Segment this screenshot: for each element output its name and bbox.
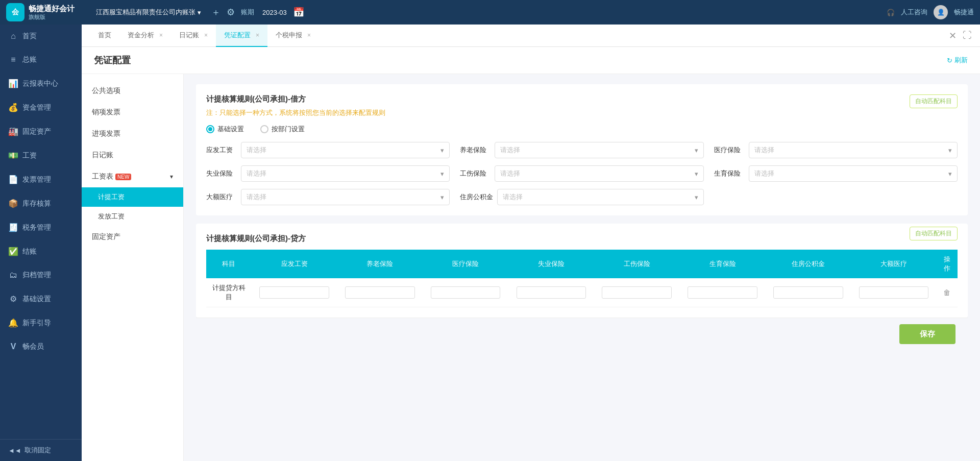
input-unemployment[interactable]	[517, 286, 586, 299]
sidebar-item-guide[interactable]: 🔔 新手引导	[0, 311, 82, 335]
tab-voucher-config[interactable]: 凭证配置 ×	[216, 25, 267, 47]
calendar-icon[interactable]: 📅	[293, 7, 304, 18]
left-nav-accrual-salary[interactable]: 计提工资	[82, 187, 183, 207]
left-nav-fixed-assets[interactable]: 固定资产	[82, 226, 183, 248]
left-nav-purchase-invoice-label: 进项发票	[92, 129, 120, 138]
input-gross[interactable]	[259, 286, 329, 299]
sidebar-label-member: 畅会员	[22, 342, 44, 351]
input-housing[interactable]	[773, 286, 843, 299]
radio-basic-label: 基础设置	[217, 125, 244, 134]
th-housing: 住房公积金	[765, 250, 851, 278]
company-selector[interactable]: 江西服宝精品有限责任公司内账张 ▾	[96, 8, 203, 17]
select-medical[interactable]: 请选择 ▾	[749, 142, 958, 158]
select-gross-salary-placeholder: 请选择	[247, 145, 266, 155]
input-work-injury[interactable]	[602, 286, 672, 299]
sidebar-item-home[interactable]: ⌂ 首页	[0, 25, 82, 48]
radio-basic-circle	[206, 125, 214, 133]
select-large-medical[interactable]: 请选择 ▾	[241, 189, 450, 205]
th-unemployment: 失业保险	[508, 250, 594, 278]
member-icon: V	[8, 342, 18, 351]
select-unemployment[interactable]: 请选择 ▾	[241, 165, 450, 182]
chevron-gross-salary: ▾	[440, 147, 444, 154]
tab-tax-return[interactable]: 个税申报 ×	[267, 25, 319, 47]
reports-icon: 📊	[8, 79, 18, 88]
select-medical-placeholder: 请选择	[754, 145, 774, 155]
left-nav-payroll-table[interactable]: 工资表 NEW ▾	[82, 166, 183, 187]
radio-basic[interactable]: 基础设置	[206, 125, 244, 134]
radio-dept[interactable]: 按部门设置	[260, 125, 305, 134]
select-pension[interactable]: 请选择 ▾	[495, 142, 703, 158]
input-medical[interactable]	[431, 286, 501, 299]
select-work-injury[interactable]: 请选择 ▾	[495, 165, 703, 182]
credit-auto-match-btn[interactable]: 自动匹配科目	[910, 227, 958, 240]
sidebar-item-inventory[interactable]: 📦 库存核算	[0, 191, 82, 215]
tab-journal[interactable]: 日记账 ×	[171, 25, 216, 47]
left-nav-purchase-invoice[interactable]: 进项发票	[82, 123, 183, 144]
cancel-fixed-btn[interactable]: ◄◄ 取消固定	[0, 439, 82, 461]
select-housing-fund[interactable]: 请选择 ▾	[497, 189, 703, 205]
td-pension-val	[337, 278, 423, 307]
tab-home[interactable]: 首页	[90, 25, 119, 47]
select-gross-salary[interactable]: 请选择 ▾	[241, 142, 450, 158]
save-button[interactable]: 保存	[899, 324, 955, 344]
sidebar-item-salary[interactable]: 💵 工资	[0, 143, 82, 167]
tab-tax-return-close[interactable]: ×	[307, 32, 311, 39]
ai-consult-btn[interactable]: 人工咨询	[901, 8, 927, 17]
tab-journal-close[interactable]: ×	[204, 32, 208, 39]
tab-close-btn[interactable]: ✕	[949, 30, 957, 41]
right-content: 计提核算规则(公司承担)-借方 注：只能选择一种方式，系统将按照您当前的选择来配…	[184, 74, 980, 461]
input-maternity[interactable]	[688, 286, 757, 299]
left-nav-journal[interactable]: 日记账	[82, 144, 183, 166]
left-nav-sales-invoice[interactable]: 销项发票	[82, 102, 183, 123]
left-nav-payroll-table-label: 工资表	[92, 172, 113, 181]
home-icon: ⌂	[8, 32, 18, 41]
tab-expand-btn[interactable]: ⛶	[963, 30, 972, 41]
td-housing-val	[765, 278, 851, 307]
funds-icon: 💰	[8, 103, 18, 112]
save-bar: 保存	[196, 318, 968, 350]
left-nav-public[interactable]: 公共选项	[82, 80, 183, 102]
th-maternity: 生育保险	[680, 250, 766, 278]
settings-icon[interactable]: ⚙	[227, 7, 235, 18]
tab-fund-analysis[interactable]: 资金分析 ×	[119, 25, 171, 47]
sidebar-item-ledger[interactable]: ≡ 总账	[0, 48, 82, 71]
credit-table: 科目 应发工资 养老保险 医疗保险 失业保险 工伤保险 生育保险 住房公积金 大…	[206, 250, 958, 307]
refresh-button[interactable]: ↻ 刷新	[947, 56, 968, 65]
chevron-down-icon: ▾	[198, 9, 201, 16]
field-work-injury: 工伤保险 请选择 ▾	[460, 165, 703, 182]
debit-auto-match-btn[interactable]: 自动匹配科目	[910, 94, 958, 108]
chevron-maternity: ▾	[948, 170, 952, 178]
sidebar-item-closing[interactable]: ✅ 结账	[0, 239, 82, 263]
page-content: 凭证配置 ↻ 刷新 公共选项 销项发票 进项发票	[82, 47, 980, 461]
label-unemployment: 失业保险	[206, 169, 237, 178]
input-large-medical[interactable]	[859, 286, 929, 299]
td-unemployment-val	[508, 278, 594, 307]
td-maternity-val	[680, 278, 766, 307]
company-name: 江西服宝精品有限责任公司内账张	[96, 8, 195, 17]
period-label: 账期	[241, 8, 254, 17]
sidebar-label-guide: 新手引导	[22, 319, 51, 328]
select-maternity[interactable]: 请选择 ▾	[749, 165, 958, 182]
sidebar-item-member[interactable]: V 畅会员	[0, 335, 82, 358]
sidebar-item-invoice[interactable]: 📄 发票管理	[0, 167, 82, 191]
tab-voucher-config-close[interactable]: ×	[256, 32, 259, 39]
logo-text: 畅捷通好会计	[29, 4, 75, 13]
sidebar-item-archive[interactable]: 🗂 归档管理	[0, 263, 82, 287]
sidebar-item-tax[interactable]: 🧾 税务管理	[0, 215, 82, 239]
sidebar-item-funds[interactable]: 💰 资金管理	[0, 95, 82, 119]
sidebar-item-assets[interactable]: 🏭 固定资产	[0, 119, 82, 143]
delete-row-btn[interactable]: 🗑	[943, 288, 950, 297]
tab-fund-analysis-close[interactable]: ×	[159, 32, 163, 39]
debit-section-title: 计提核算规则(公司承担)-借方	[206, 94, 385, 104]
left-nav-accrual-salary-label: 计提工资	[98, 193, 125, 201]
add-icon[interactable]: ＋	[211, 6, 220, 18]
sidebar-item-reports[interactable]: 📊 云报表中心	[0, 71, 82, 95]
field-unemployment: 失业保险 请选择 ▾	[206, 165, 450, 182]
sidebar-item-settings[interactable]: ⚙ 基础设置	[0, 287, 82, 311]
th-subject: 科目	[206, 250, 252, 278]
left-nav-pay-salary[interactable]: 发放工资	[82, 207, 183, 226]
left-nav-pay-salary-label: 发放工资	[98, 212, 125, 220]
chevron-large-medical: ▾	[440, 193, 444, 201]
field-large-medical: 大额医疗 请选择 ▾	[206, 189, 450, 205]
input-pension[interactable]	[345, 286, 415, 299]
